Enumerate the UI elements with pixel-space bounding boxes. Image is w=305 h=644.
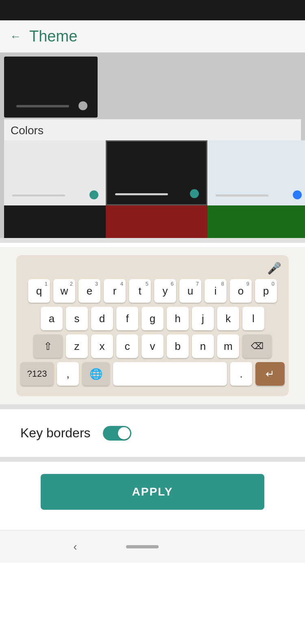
globe-key[interactable]: 🌐: [82, 362, 110, 386]
key-x[interactable]: x: [91, 334, 113, 358]
backspace-key[interactable]: ⌫: [242, 334, 272, 358]
color-green[interactable]: [207, 205, 305, 238]
key-u[interactable]: u7: [179, 279, 201, 303]
key-z[interactable]: z: [66, 334, 88, 358]
color-slider-dark: [115, 193, 168, 195]
theme-slider-dot: [78, 101, 87, 110]
key-o[interactable]: o9: [230, 279, 252, 303]
apply-section: APPLY: [0, 462, 305, 530]
bottom-colors-row: [4, 205, 305, 238]
key-borders-label: Key borders: [20, 426, 91, 441]
separator-3: [0, 457, 305, 462]
color-card-blue[interactable]: [207, 140, 305, 205]
key-y[interactable]: y6: [154, 279, 176, 303]
color-card-light[interactable]: [4, 140, 106, 205]
key-c[interactable]: c: [116, 334, 138, 358]
key-row-2: a s d f g h j k l: [20, 307, 285, 330]
back-button[interactable]: ←: [10, 30, 21, 43]
color-dot-light: [89, 190, 98, 199]
color-card-dark-selected[interactable]: [106, 140, 207, 205]
key-h[interactable]: h: [167, 307, 189, 330]
colors-label: Colors: [4, 119, 301, 140]
key-p[interactable]: p0: [255, 279, 277, 303]
color-slider-blue: [216, 194, 268, 196]
colors-section: Colors: [4, 119, 301, 238]
separator-2: [0, 404, 305, 409]
bottom-nav: ‹: [0, 530, 305, 563]
comma-key[interactable]: ,: [57, 362, 79, 386]
key-borders-section: Key borders: [0, 409, 305, 457]
theme-preview-area: Colors: [0, 52, 305, 238]
dark-theme-card[interactable]: [4, 57, 98, 118]
keyboard-container: 🎤 q1 w2 e3 r4 t5 y6 u7 i8 o9 p0 a s d f …: [16, 255, 289, 396]
color-slider-light: [12, 194, 65, 196]
key-q[interactable]: q1: [28, 279, 50, 303]
key-i[interactable]: i8: [205, 279, 227, 303]
key-row-1: q1 w2 e3 r4 t5 y6 u7 i8 o9 p0: [20, 279, 285, 303]
key-borders-toggle[interactable]: [103, 426, 131, 441]
keyboard-section: 🎤 q1 w2 e3 r4 t5 y6 u7 i8 o9 p0 a s d f …: [0, 247, 305, 404]
shift-key[interactable]: ⇧: [33, 334, 63, 358]
num-sym-key[interactable]: ?123: [20, 362, 54, 386]
key-v[interactable]: v: [142, 334, 163, 358]
key-s[interactable]: s: [66, 307, 88, 330]
key-j[interactable]: j: [192, 307, 214, 330]
key-a[interactable]: a: [41, 307, 63, 330]
microphone-icon[interactable]: 🎤: [267, 262, 281, 275]
header: ← Theme: [0, 20, 305, 52]
nav-back-button[interactable]: ‹: [73, 540, 77, 553]
key-row-3: ⇧ z x c v b n m ⌫: [20, 334, 285, 358]
color-black[interactable]: [4, 205, 106, 238]
key-k[interactable]: k: [217, 307, 239, 330]
color-dot-blue: [293, 190, 302, 199]
key-f[interactable]: f: [116, 307, 138, 330]
nav-home-pill[interactable]: [126, 545, 159, 548]
color-dot-dark: [190, 189, 199, 198]
key-w[interactable]: w2: [53, 279, 75, 303]
period-key[interactable]: .: [230, 362, 252, 386]
apply-button[interactable]: APPLY: [41, 474, 264, 510]
key-t[interactable]: t5: [129, 279, 151, 303]
key-d[interactable]: d: [91, 307, 113, 330]
spacebar-key[interactable]: [113, 362, 227, 386]
colors-grid: [4, 140, 305, 205]
status-bar: [0, 0, 305, 20]
separator-1: [0, 238, 305, 243]
key-n[interactable]: n: [192, 334, 214, 358]
key-g[interactable]: g: [142, 307, 163, 330]
key-r[interactable]: r4: [104, 279, 126, 303]
color-red[interactable]: [106, 205, 207, 238]
theme-slider-bar: [16, 105, 69, 107]
key-m[interactable]: m: [217, 334, 239, 358]
key-l[interactable]: l: [242, 307, 264, 330]
key-row-4: ?123 , 🌐 . ↵: [20, 362, 285, 386]
page-title: Theme: [29, 28, 77, 45]
key-b[interactable]: b: [167, 334, 189, 358]
key-e[interactable]: e3: [78, 279, 100, 303]
toggle-knob: [118, 427, 130, 439]
mic-row: 🎤: [20, 262, 285, 275]
enter-key[interactable]: ↵: [255, 362, 285, 386]
